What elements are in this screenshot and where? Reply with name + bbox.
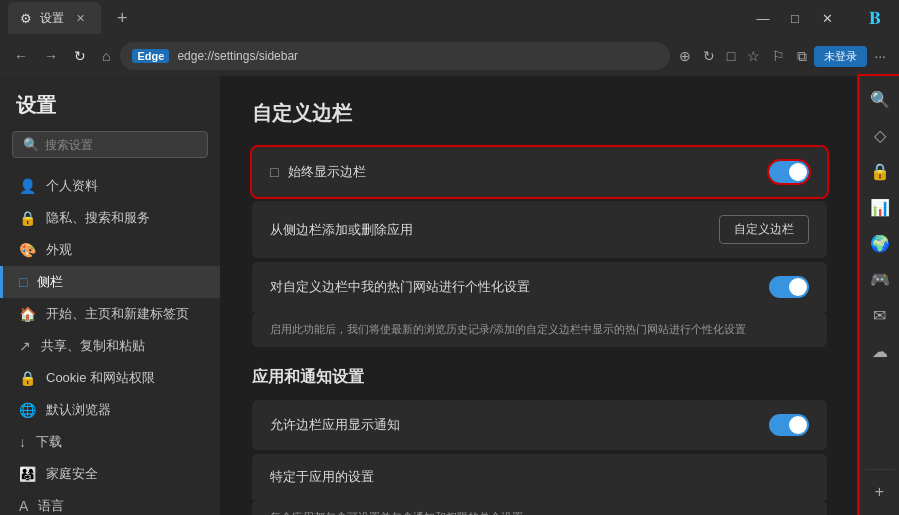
sidebar-item-appearance[interactable]: 🎨 外观 (0, 234, 220, 266)
right-wallet-button[interactable]: 🔒 (863, 154, 897, 188)
share-icon: ↗ (19, 338, 31, 354)
sidebar-item-language[interactable]: A 语言 (0, 490, 220, 515)
refresh-button[interactable]: ↻ (68, 42, 92, 70)
tab-title: 设置 (40, 10, 64, 27)
window-controls: — □ ✕ (747, 6, 843, 30)
sidebar-item-label: 隐私、搜索和服务 (46, 209, 150, 227)
notifications-section-title: 应用和通知设置 (252, 367, 827, 388)
right-games-button[interactable]: 🎮 (863, 262, 897, 296)
nav-action-5[interactable]: ⚐ (767, 43, 790, 69)
privacy-icon: 🔒 (19, 210, 36, 226)
navbar: ← → ↻ ⌂ Edge edge://settings/sidebar ⊕ ↻… (0, 36, 899, 76)
always-show-sidebar-row: □ 始终显示边栏 (252, 147, 827, 197)
right-cloud-button[interactable]: ☁ (863, 334, 897, 368)
sidebar-item-privacy[interactable]: 🔒 隐私、搜索和服务 (0, 202, 220, 234)
url-text: edge://settings/sidebar (177, 49, 298, 63)
sidebar-item-label: 外观 (46, 241, 72, 259)
sidebar-item-label: 默认浏览器 (46, 401, 111, 419)
right-search-button[interactable]: 🔍 (863, 82, 897, 116)
sidebar-item-label: 个人资料 (46, 177, 98, 195)
cookies-icon: 🔒 (19, 370, 36, 386)
sidebar-item-cookies[interactable]: 🔒 Cookie 和网站权限 (0, 362, 220, 394)
language-icon: A (19, 498, 28, 514)
home-button[interactable]: ⌂ (96, 42, 116, 70)
allow-notify-toggle[interactable] (769, 414, 809, 436)
always-show-label: 始终显示边栏 (288, 163, 366, 181)
nav-action-6[interactable]: ⧉ (792, 43, 812, 70)
right-add-button[interactable]: + (863, 475, 897, 509)
tab-close-button[interactable]: ✕ (72, 10, 89, 27)
profile-label: 未登录 (824, 49, 857, 64)
personalize-text: 对自定义边栏中我的热门网站进行个性化设置 (270, 278, 530, 296)
specific-label: 特定于应用的设置 (270, 468, 374, 486)
sidebar-item-label: Cookie 和网站权限 (46, 369, 155, 387)
always-show-toggle[interactable] (769, 161, 809, 183)
maximize-button[interactable]: □ (779, 6, 811, 30)
right-sidebar: 🔍 ◇ 🔒 📊 🌍 🎮 ✉ ☁ + (859, 76, 899, 515)
minimize-button[interactable]: — (747, 6, 779, 30)
main-layout: 设置 🔍 👤 个人资料 🔒 隐私、搜索和服务 🎨 外观 □ 侧栏 🏠 开始、主页… (0, 76, 899, 515)
sidebar-item-family[interactable]: 👨‍👩‍👧 家庭安全 (0, 458, 220, 490)
right-discover-button[interactable]: ◇ (863, 118, 897, 152)
tab-settings-icon: ⚙ (20, 11, 32, 26)
forward-button[interactable]: → (38, 42, 64, 70)
specific-sub: 每个应用都包含可设置并包含通知和权限的单个设置 (252, 500, 827, 515)
always-show-text: □ 始终显示边栏 (270, 163, 366, 181)
sidebar-item-label: 侧栏 (37, 273, 63, 291)
window-close-button[interactable]: ✕ (811, 6, 843, 30)
personalize-toggle[interactable] (769, 276, 809, 298)
active-tab[interactable]: ⚙ 设置 ✕ (8, 2, 101, 34)
profile-button[interactable]: 未登录 (814, 46, 867, 67)
customize-sidebar-button[interactable]: 自定义边栏 (719, 215, 809, 244)
search-box[interactable]: 🔍 (12, 131, 208, 158)
sidebar-item-label: 家庭安全 (46, 465, 98, 483)
edge-badge: Edge (132, 49, 169, 63)
personalize-label: 对自定义边栏中我的热门网站进行个性化设置 (270, 278, 530, 296)
bing-icon[interactable]: 𝐁 (859, 2, 891, 34)
right-collections-button[interactable]: 🌍 (863, 226, 897, 260)
allow-notify-row: 允许边栏应用显示通知 (252, 400, 827, 450)
settings-sidebar: 设置 🔍 👤 个人资料 🔒 隐私、搜索和服务 🎨 外观 □ 侧栏 🏠 开始、主页… (0, 76, 220, 515)
downloads-icon: ↓ (19, 434, 26, 450)
right-sidebar-divider (866, 469, 894, 470)
search-icon: 🔍 (23, 137, 39, 152)
right-history-button[interactable]: 📊 (863, 190, 897, 224)
search-input[interactable] (45, 138, 197, 152)
nav-action-4[interactable]: ☆ (742, 43, 765, 69)
nav-action-2[interactable]: ↻ (698, 43, 720, 69)
sidebar-item-share[interactable]: ↗ 共享、复制和粘贴 (0, 330, 220, 362)
section-title: 自定义边栏 (252, 100, 827, 127)
titlebar: ⚙ 设置 ✕ + — □ ✕ 𝐁 (0, 0, 899, 36)
sidebar-icon: □ (19, 274, 27, 290)
add-remove-label: 从侧边栏添加或删除应用 (270, 221, 413, 239)
appearance-icon: 🎨 (19, 242, 36, 258)
allow-notify-text: 允许边栏应用显示通知 (270, 416, 400, 434)
right-mail-button[interactable]: ✉ (863, 298, 897, 332)
sidebar-row-icon: □ (270, 164, 278, 180)
sidebar-item-startup[interactable]: 🏠 开始、主页和新建标签页 (0, 298, 220, 330)
main-content: 自定义边栏 □ 始终显示边栏 从侧边栏添加或删除应用 自定义边栏 对自定义边栏中… (220, 76, 859, 515)
startup-icon: 🏠 (19, 306, 36, 322)
sidebar-item-downloads[interactable]: ↓ 下载 (0, 426, 220, 458)
browser-icon: 🌐 (19, 402, 36, 418)
add-remove-text: 从侧边栏添加或删除应用 (270, 221, 413, 239)
sidebar-item-label: 共享、复制和粘贴 (41, 337, 145, 355)
family-icon: 👨‍👩‍👧 (19, 466, 36, 482)
personalize-row: 对自定义边栏中我的热门网站进行个性化设置 (252, 262, 827, 312)
sidebar-item-profile[interactable]: 👤 个人资料 (0, 170, 220, 202)
personalize-sub: 启用此功能后，我们将使最新的浏览历史记录/添加的自定义边栏中显示的热门网站进行个… (252, 312, 827, 347)
nav-action-1[interactable]: ⊕ (674, 43, 696, 69)
new-tab-button[interactable]: + (109, 4, 136, 33)
sidebar-title: 设置 (0, 92, 220, 131)
address-bar[interactable]: Edge edge://settings/sidebar (120, 42, 669, 70)
allow-notify-label: 允许边栏应用显示通知 (270, 416, 400, 434)
back-button[interactable]: ← (8, 42, 34, 70)
nav-actions: ⊕ ↻ □ ☆ ⚐ ⧉ 未登录 ··· (674, 43, 891, 70)
menu-button[interactable]: ··· (869, 43, 891, 69)
sidebar-item-browser[interactable]: 🌐 默认浏览器 (0, 394, 220, 426)
sidebar-item-label: 语言 (38, 497, 64, 515)
profile-icon: 👤 (19, 178, 36, 194)
nav-action-3[interactable]: □ (722, 43, 740, 69)
sidebar-item-sidebar[interactable]: □ 侧栏 (0, 266, 220, 298)
sidebar-item-label: 下载 (36, 433, 62, 451)
